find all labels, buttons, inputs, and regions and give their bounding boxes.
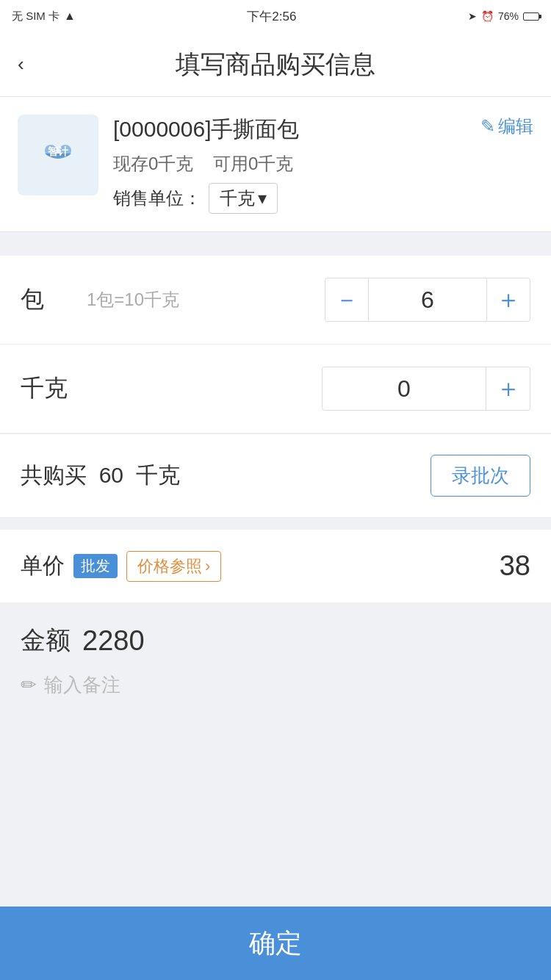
amount-value: 2280 <box>82 625 145 657</box>
total-text: 共购买 60 千克 <box>21 461 180 491</box>
product-unit-row: 销售单位： 千克 ▾ <box>113 183 533 214</box>
kg-increment-button[interactable]: ＋ <box>486 367 530 411</box>
product-logo-icon: 智计 <box>36 133 80 177</box>
wifi-icon: ▲ <box>64 10 76 23</box>
confirm-button[interactable]: 确定 <box>0 907 551 980</box>
product-stock: 现存0千克 可用0千克 <box>113 152 533 176</box>
product-full-name: [0000006]手撕面包 <box>113 115 299 145</box>
unit-value: 千克 <box>220 187 255 210</box>
back-button[interactable]: ‹ <box>18 53 24 76</box>
package-increment-button[interactable]: ＋ <box>486 278 530 322</box>
status-right: ➤ ⏰ 76% <box>468 10 539 22</box>
section-divider-2 <box>0 518 551 530</box>
empty-space <box>0 710 551 930</box>
svg-text:智计: 智计 <box>47 145 69 157</box>
available-label: 可用0千克 <box>213 154 293 173</box>
kg-label: 千克 <box>21 372 79 405</box>
section-divider-1 <box>0 232 551 244</box>
package-decrement-button[interactable]: － <box>325 278 369 322</box>
amount-row: 金额 2280 <box>21 624 530 657</box>
price-ref-arrow-icon: › <box>205 557 210 576</box>
batch-button[interactable]: 录批次 <box>431 455 530 497</box>
status-time: 下午2:56 <box>247 8 296 25</box>
unit-select[interactable]: 千克 ▾ <box>209 183 278 214</box>
kg-quantity-row: 千克 ＋ <box>0 345 551 433</box>
price-label-group: 单价 批发 价格参照 › <box>21 551 221 582</box>
product-card: 智计 [0000006]手撕面包 ✎ 编辑 现存0千克 可用0千克 销售单位： … <box>0 97 551 232</box>
total-row: 共购买 60 千克 录批次 <box>0 433 551 518</box>
package-quantity-row: 包 1包=10千克 － ＋ <box>0 256 551 345</box>
product-info: [0000006]手撕面包 ✎ 编辑 现存0千克 可用0千克 销售单位： 千克 … <box>113 115 533 214</box>
status-carrier: 无 SIM 卡 ▲ <box>12 10 76 24</box>
product-image: 智计 <box>18 115 98 195</box>
price-label: 单价 <box>21 551 65 581</box>
unit-label: 销售单位： <box>113 187 201 210</box>
package-label: 包 <box>21 284 79 316</box>
alarm-icon: ⏰ <box>481 10 494 22</box>
price-ref-button[interactable]: 价格参照 › <box>126 551 221 582</box>
remark-icon: ✏ <box>21 674 37 696</box>
package-hint: 1包=10千克 <box>87 288 325 311</box>
edit-button[interactable]: ✎ 编辑 <box>480 115 533 138</box>
kg-quantity-controls: ＋ <box>322 367 530 411</box>
price-value: 38 <box>500 550 530 582</box>
remark-row[interactable]: ✏ 输入备注 <box>21 672 530 698</box>
package-quantity-controls: － ＋ <box>325 278 530 322</box>
edit-icon: ✎ <box>480 116 495 137</box>
amount-label: 金额 <box>21 624 71 657</box>
page-title: 填写商品购买信息 <box>176 48 375 82</box>
battery-percentage: 76% <box>498 10 519 22</box>
price-ref-label: 价格参照 <box>137 555 202 577</box>
status-bar: 无 SIM 卡 ▲ 下午2:56 ➤ ⏰ 76% <box>0 0 551 32</box>
remark-placeholder: 输入备注 <box>44 672 120 698</box>
nav-bar: ‹ 填写商品购买信息 <box>0 32 551 97</box>
dropdown-icon: ▾ <box>258 188 267 209</box>
kg-quantity-input[interactable] <box>322 367 486 411</box>
battery-icon <box>523 12 539 21</box>
location-icon: ➤ <box>468 10 477 22</box>
quantity-section: 包 1包=10千克 － ＋ 千克 ＋ <box>0 256 551 433</box>
price-row: 单价 批发 价格参照 › 38 <box>21 550 530 582</box>
package-quantity-input[interactable] <box>369 278 486 322</box>
amount-section: 金额 2280 ✏ 输入备注 <box>0 603 551 710</box>
price-section: 单价 批发 价格参照 › 38 <box>0 530 551 603</box>
stock-label: 现存0千克 <box>113 154 193 173</box>
total-label: 共购买 <box>21 463 87 487</box>
edit-label: 编辑 <box>498 115 533 138</box>
price-tag: 批发 <box>73 554 118 578</box>
total-value: 60 <box>99 463 123 487</box>
total-unit: 千克 <box>136 463 180 487</box>
carrier-text: 无 SIM 卡 <box>12 10 60 24</box>
